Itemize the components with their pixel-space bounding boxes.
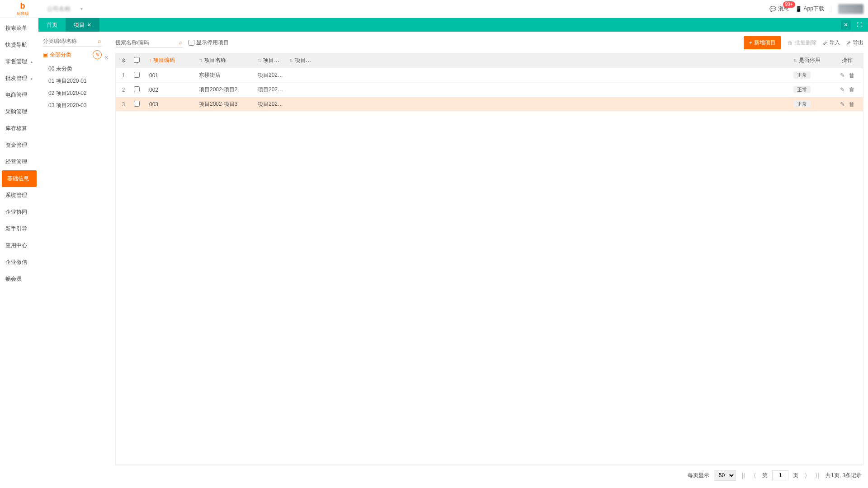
status-tag: 正常: [793, 86, 811, 93]
prev-page-button[interactable]: ⟨: [752, 472, 758, 479]
sidebar-item[interactable]: 应用中心: [0, 237, 38, 254]
table-search-input[interactable]: [115, 38, 183, 48]
sidebar-item[interactable]: 基础信息: [2, 170, 37, 187]
row-number: 3: [116, 97, 131, 112]
page-suffix: 页: [793, 472, 798, 479]
show-disabled-checkbox[interactable]: 显示停用项目: [189, 39, 229, 47]
tree-item[interactable]: 03 项目2020-03: [43, 99, 102, 112]
row-checkbox[interactable]: [134, 101, 140, 107]
add-project-button[interactable]: + 新增项目: [744, 36, 781, 49]
sidebar-item-label: 经营管理: [5, 158, 27, 166]
sidebar-item[interactable]: 新手引导: [0, 221, 38, 237]
tree-edit-button[interactable]: ✎: [93, 50, 102, 59]
tab-project-label: 项目: [74, 21, 85, 29]
header-right: 💬 消息 99+ 📱 App下载 |: [769, 4, 863, 14]
download-label: App下载: [804, 5, 824, 13]
sidebar-item[interactable]: 畅会员: [0, 271, 38, 287]
tree-item[interactable]: 02 项目2020-02: [43, 87, 102, 99]
search-icon[interactable]: ⌕: [98, 38, 101, 44]
sidebar-item[interactable]: 企业协同: [0, 204, 38, 221]
row-select[interactable]: [131, 83, 146, 97]
search-icon[interactable]: ⌕: [179, 39, 182, 46]
last-page-button[interactable]: ⟩|: [813, 472, 821, 479]
edit-icon[interactable]: ✎: [840, 101, 845, 108]
user-avatar[interactable]: [838, 4, 863, 14]
sidebar-item-label: 基础信息: [7, 175, 29, 183]
sidebar-item[interactable]: 资金管理: [0, 137, 38, 154]
tree-item[interactable]: 00 未分类: [43, 63, 102, 75]
status-tag: 正常: [793, 100, 811, 108]
collapse-tree-button[interactable]: «: [104, 53, 111, 60]
cell-spacer: [318, 83, 791, 97]
tab-home[interactable]: 首页: [38, 18, 66, 32]
chevron-down-icon[interactable]: ▾: [80, 6, 83, 11]
app-header: b 标准版 公司名称 ▾ 💬 消息 99+ 📱 App下载 |: [0, 0, 868, 18]
sidebar-item[interactable]: 电商管理: [0, 87, 38, 103]
close-icon[interactable]: ✕: [87, 22, 91, 28]
app-download-button[interactable]: 📱 App下载: [795, 5, 824, 13]
org-name[interactable]: 公司名称: [44, 5, 73, 13]
row-checkbox[interactable]: [134, 72, 140, 78]
table-row[interactable]: 1001东楼街店项目202…正常✎🗑: [116, 68, 863, 83]
column-code[interactable]: 项目编码: [146, 53, 196, 68]
cell-4: [287, 83, 318, 97]
edit-icon[interactable]: ✎: [840, 72, 845, 79]
tree-root-node[interactable]: ▣ 全部分类: [43, 51, 71, 59]
table-row[interactable]: 2002项目2002-项目2项目202…正常✎🗑: [116, 83, 863, 97]
per-page-select[interactable]: 50: [714, 470, 736, 481]
delete-icon[interactable]: 🗑: [849, 101, 854, 108]
edit-icon[interactable]: ✎: [840, 86, 845, 93]
column-status[interactable]: 是否停用: [791, 53, 831, 68]
sidebar-item[interactable]: 经营管理: [0, 154, 38, 170]
cell-4: [287, 68, 318, 83]
sidebar-item[interactable]: 零售管理▸: [0, 53, 38, 70]
sidebar-item[interactable]: 库存核算: [0, 120, 38, 137]
table-row[interactable]: 3003项目2002-项目3项目202…正常✎🗑: [116, 97, 863, 112]
messages-button[interactable]: 💬 消息 99+: [769, 5, 789, 13]
folder-icon: ▣: [43, 52, 48, 58]
sidebar-item-label: 零售管理: [5, 58, 27, 66]
sidebar-item[interactable]: 搜索菜单: [0, 20, 38, 37]
column-4[interactable]: 项目…: [287, 53, 318, 68]
per-page-label: 每页显示: [688, 472, 709, 479]
delete-icon[interactable]: 🗑: [849, 86, 854, 93]
table-header-row: ⚙ 项目编码 项目名称 项目… 项目… 是否停用 操作: [116, 53, 863, 68]
sidebar-item[interactable]: 系统管理: [0, 187, 38, 204]
next-page-button[interactable]: ⟩: [803, 472, 809, 479]
sidebar-item[interactable]: 采购管理: [0, 103, 38, 120]
sidebar-item[interactable]: 企业微信: [0, 254, 38, 271]
tree-item[interactable]: 01 项目2020-01: [43, 75, 102, 87]
tree-search-input[interactable]: [43, 36, 102, 47]
tree-root-label: 全部分类: [50, 51, 71, 59]
column-select-all[interactable]: [131, 53, 146, 68]
show-disabled-input[interactable]: [189, 40, 194, 46]
import-button[interactable]: ⇙ 导入: [823, 39, 840, 47]
sidebar-item[interactable]: 快捷导航: [0, 37, 38, 53]
plus-icon: +: [749, 40, 752, 46]
sidebar-item[interactable]: 批发管理▸: [0, 70, 38, 87]
delete-icon[interactable]: 🗑: [849, 72, 854, 79]
tab-project[interactable]: 项目 ✕: [66, 18, 99, 32]
fullscreen-button[interactable]: ⛶: [854, 20, 864, 30]
import-label: 导入: [829, 39, 840, 47]
cell-3: 项目202…: [255, 83, 287, 97]
select-all-checkbox[interactable]: [134, 57, 140, 63]
row-checkbox[interactable]: [134, 86, 140, 92]
column-ops: 操作: [831, 53, 863, 68]
batch-delete-button[interactable]: 🗑 批量删除: [788, 39, 816, 47]
pager-summary: 共1页, 3条记录: [826, 472, 862, 479]
column-name[interactable]: 项目名称: [196, 53, 255, 68]
cell-code: 003: [146, 97, 196, 112]
row-select[interactable]: [131, 68, 146, 83]
table-wrap: ⚙ 项目编码 项目名称 项目… 项目… 是否停用 操作 10: [115, 53, 863, 465]
row-select[interactable]: [131, 97, 146, 112]
export-button[interactable]: ⇗ 导出: [846, 39, 863, 47]
column-settings[interactable]: ⚙: [116, 53, 131, 68]
page-input[interactable]: [772, 470, 788, 480]
first-page-button[interactable]: |⟨: [740, 472, 748, 479]
cell-spacer: [318, 68, 791, 83]
tree-search: ⌕: [43, 36, 102, 47]
close-all-tabs-button[interactable]: ✕: [841, 20, 851, 30]
column-3[interactable]: 项目…: [255, 53, 287, 68]
sidebar-item-label: 企业微信: [5, 258, 27, 266]
